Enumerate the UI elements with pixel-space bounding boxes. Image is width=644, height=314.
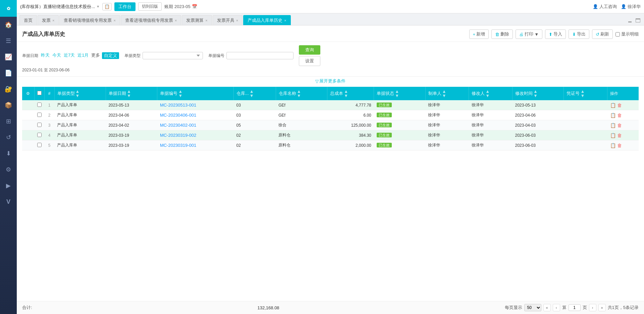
1month-shortcut[interactable]: 近1月 <box>77 52 89 59</box>
edit-icon[interactable]: 📋 <box>610 123 616 128</box>
refresh-button[interactable]: ↺ 刷新 <box>592 29 613 39</box>
tab-invoice-calc[interactable]: 发票测算 × <box>182 15 212 25</box>
delete-row-icon[interactable]: 🗑 <box>617 123 622 128</box>
tab-purchase-close[interactable]: × <box>175 18 177 22</box>
sidebar-item-analytics[interactable]: 📈 <box>0 49 17 65</box>
row-checkbox-cell[interactable] <box>34 100 44 110</box>
export-button[interactable]: ⬇ 导出 <box>569 29 589 39</box>
company-selector[interactable]: (库存核算）直播轻绕通信息技术股份... ▼ <box>20 4 100 10</box>
switch-version-button[interactable]: 切到旧版 <box>138 2 162 11</box>
page-input[interactable] <box>569 304 581 311</box>
row-number[interactable]: MC-20230402-001 <box>157 120 234 130</box>
custom-shortcut[interactable]: 自定义 <box>102 52 119 59</box>
delete-row-icon[interactable]: 🗑 <box>617 133 622 138</box>
col-select-all[interactable] <box>34 87 44 100</box>
row-voucher <box>564 100 607 110</box>
tab-sales-invoice[interactable]: 查看销项增值税专用发票 × <box>59 15 120 25</box>
number-input[interactable] <box>226 52 293 59</box>
row-checkbox[interactable] <box>37 123 42 127</box>
row-checkbox[interactable] <box>37 133 42 137</box>
query-button[interactable]: 查询 <box>299 45 320 55</box>
user-service[interactable]: 👤 人工咨询 <box>593 4 617 10</box>
7days-shortcut[interactable]: 近7天 <box>63 52 75 59</box>
col-mtime-header[interactable]: 修改时间 ▲▼ <box>513 87 564 100</box>
tab-home[interactable]: 首页 <box>19 15 37 25</box>
col-voucher-header[interactable]: 凭证号 ▲▼ <box>564 87 607 100</box>
edit-icon[interactable]: 📋 <box>610 113 616 118</box>
col-cost-header[interactable]: 总成本 ▲▼ <box>327 87 374 100</box>
expand-button[interactable]: ▽ 展开更多条件 <box>315 78 345 84</box>
delete-button[interactable]: 🗑 删除 <box>491 29 513 39</box>
row-checkbox[interactable] <box>37 143 42 147</box>
tab-minimize-icon[interactable]: 🗕 <box>627 18 633 24</box>
row-number[interactable]: MC-20230319-002 <box>157 130 234 140</box>
tab-sales-close[interactable]: × <box>113 18 115 22</box>
tab-invoice[interactable]: 发票 × <box>38 15 59 25</box>
yesterday-shortcut[interactable]: 昨天 <box>40 52 50 59</box>
sidebar-item-inventory[interactable]: 📦 <box>0 97 17 113</box>
sidebar-item-download[interactable]: ⬇ <box>0 145 17 162</box>
tab-maximize-icon[interactable]: 🗖 <box>635 18 641 24</box>
row-checkbox-cell[interactable] <box>34 110 44 120</box>
reset-button[interactable]: 设置 <box>299 56 320 66</box>
import-button[interactable]: ⬆ 导入 <box>545 29 566 39</box>
table-header: ⚙ # 单据类型 ▲▼ 单据日 <box>22 87 639 100</box>
search-row-1: 单据日期 昨天 今天 近7天 近1月 更多 自定义 单据类型 <box>22 45 639 66</box>
delete-row-icon[interactable]: 🗑 <box>617 113 622 118</box>
col-modifier-header[interactable]: 修改人 ▲▼ <box>469 87 513 100</box>
last-page-button[interactable]: » <box>598 304 606 311</box>
row-checkbox-cell[interactable] <box>34 120 44 130</box>
sidebar-item-grid[interactable]: ⊞ <box>0 113 17 129</box>
col-date-header[interactable]: 单据日期 ▲▼ <box>106 87 157 100</box>
sidebar-item-security[interactable]: 🔐 <box>0 81 17 97</box>
print-button[interactable]: 🖨 打印 ▼ <box>516 29 542 39</box>
tab-invoice-open[interactable]: 发票开具 × <box>213 15 243 25</box>
sidebar-item-refresh[interactable]: ↺ <box>0 129 17 145</box>
select-all-checkbox[interactable] <box>37 91 42 95</box>
col-creator-header[interactable]: 制单人 ▲▼ <box>425 87 469 100</box>
row-number[interactable]: MC-20230319-001 <box>157 140 234 150</box>
row-checkbox[interactable] <box>37 113 42 117</box>
row-checkbox[interactable] <box>37 103 42 107</box>
tab-inventory-close[interactable]: × <box>284 18 286 22</box>
sidebar-item-menu[interactable]: ☰ <box>0 33 17 49</box>
edit-icon[interactable]: 📋 <box>610 133 616 138</box>
new-button[interactable]: + 新增 <box>469 29 489 39</box>
show-detail-toggle[interactable]: 显示明细 <box>615 31 639 37</box>
row-number[interactable]: MC-20230406-001 <box>157 110 234 120</box>
sidebar-item-home[interactable]: 🏠 <box>0 17 17 33</box>
tab-invoice-close[interactable]: × <box>52 18 54 22</box>
show-detail-checkbox[interactable] <box>615 32 620 37</box>
sidebar-item-play[interactable]: ▶ <box>0 178 17 194</box>
per-page-select[interactable]: 50 100 <box>524 304 541 311</box>
first-page-button[interactable]: « <box>543 304 551 311</box>
sidebar-item-settings[interactable]: ⚙ <box>0 162 17 178</box>
edit-icon[interactable]: 📋 <box>610 103 616 108</box>
today-shortcut[interactable]: 今天 <box>52 52 62 59</box>
doc-template-icon[interactable]: 📋 <box>102 3 112 10</box>
row-number[interactable]: MC-20230513-001 <box>157 100 234 110</box>
user-avatar-area[interactable]: 👤 徐泽华 <box>621 4 641 10</box>
tab-open-close[interactable]: × <box>236 18 238 22</box>
delete-row-icon[interactable]: 🗑 <box>617 103 622 108</box>
sidebar-item-v[interactable]: V <box>0 194 17 210</box>
tab-purchase-invoice[interactable]: 查看进项增值税专用发票 × <box>121 15 181 25</box>
col-settings[interactable]: ⚙ <box>22 87 34 100</box>
prev-page-button[interactable]: ‹ <box>553 304 560 311</box>
tab-inventory-history[interactable]: 产成品入库单历史 × <box>243 15 290 25</box>
type-select[interactable] <box>143 52 203 59</box>
sidebar-item-documents[interactable]: 📄 <box>0 65 17 81</box>
row-checkbox-cell[interactable] <box>34 140 44 150</box>
col-number-header[interactable]: 单据编号 ▲▼ <box>157 87 234 100</box>
next-page-button[interactable]: › <box>589 304 596 311</box>
delete-row-icon[interactable]: 🗑 <box>617 143 622 148</box>
row-checkbox-cell[interactable] <box>34 130 44 140</box>
more-shortcut[interactable]: 更多 <box>91 52 101 59</box>
tab-calc-close[interactable]: × <box>205 18 207 22</box>
col-wname-header[interactable]: 仓库名称 ▲▼ <box>276 87 327 100</box>
col-status-header[interactable]: 单据状态 ▲▼ <box>374 87 425 100</box>
col-type-header[interactable]: 单据类型 ▲▼ <box>54 87 106 100</box>
workbench-button[interactable]: 工作台 <box>114 2 136 11</box>
edit-icon[interactable]: 📋 <box>610 143 616 148</box>
col-wcode-header[interactable]: 仓库... ▲▼ <box>233 87 276 100</box>
